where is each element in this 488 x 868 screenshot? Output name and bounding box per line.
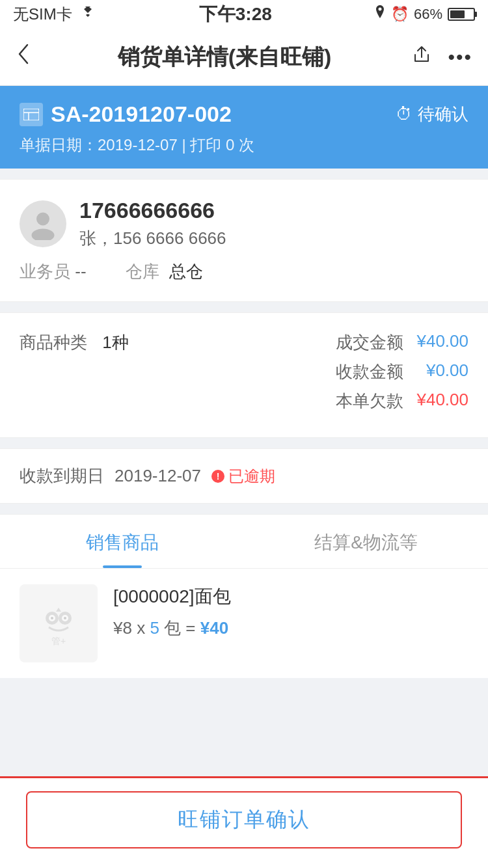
due-date-value: 2019-12-07: [115, 466, 201, 486]
status-clock-icon: ⏱: [396, 104, 413, 124]
warehouse-value: 总仓: [169, 262, 203, 281]
customer-section: 17666666666 张，156 6666 6666 业务员 -- 仓库 总仓: [0, 179, 488, 302]
collection-label: 收款金额: [336, 360, 403, 383]
due-date-label: 收款到期日: [20, 465, 104, 487]
tabs-row: 销售商品 结算&物流等: [0, 515, 488, 569]
status-bar: 无SIM卡 下午3:28 ⏰ 66%: [0, 0, 488, 29]
order-icon: [20, 103, 43, 126]
page-title: 销货单详情(来自旺铺): [55, 42, 394, 72]
tab-sales-products[interactable]: 销售商品: [0, 515, 244, 568]
product-qty: 5: [150, 618, 159, 638]
share-icon[interactable]: [411, 44, 432, 70]
product-formula: ¥8 x 5 包 = ¥40: [113, 617, 468, 640]
carrier-text: 无SIM卡: [13, 4, 72, 25]
location-icon: [374, 5, 386, 23]
back-button[interactable]: [16, 41, 55, 73]
alarm-icon: ⏰: [391, 6, 409, 23]
order-status: ⏱ 待确认: [396, 103, 468, 126]
balance-value: ¥40.00: [416, 390, 468, 413]
overdue-icon: !: [211, 470, 224, 483]
product-total: ¥40: [200, 618, 228, 638]
order-date: 单据日期：2019-12-07 | 打印 0 次: [20, 135, 468, 156]
tab-settlement[interactable]: 结算&物流等: [244, 515, 488, 568]
overdue-text: 已逾期: [228, 466, 275, 487]
product-item: 管+ [0000002]面包 ¥8 x 5 包 = ¥40: [20, 584, 468, 662]
product-thumbnail: 管+: [20, 584, 98, 662]
svg-text:管+: 管+: [51, 636, 66, 646]
nav-actions: •••: [394, 44, 472, 70]
warehouse: 仓库 总仓: [126, 260, 203, 283]
product-name: [0000002]面包: [113, 584, 468, 609]
order-banner: SA-20191207-002 ⏱ 待确认 单据日期：2019-12-07 | …: [0, 86, 488, 169]
sales-person-value: --: [75, 262, 86, 281]
product-type: 商品种类 1种: [20, 331, 129, 419]
battery-percent: 66%: [414, 6, 442, 23]
product-type-value: 1种: [102, 332, 128, 352]
balance-label: 本单欠款: [336, 390, 403, 413]
nav-bar: 销货单详情(来自旺铺) •••: [0, 29, 488, 86]
tabs-section: 销售商品 结算&物流等 管+: [0, 514, 488, 678]
summary-section: 商品种类 1种 成交金额 ¥40.00 收款金额 ¥0.00 本单欠款 ¥40.…: [0, 312, 488, 438]
customer-info: 17666666666 张，156 6666 6666: [79, 198, 468, 250]
order-id: SA-20191207-002: [20, 102, 232, 127]
avatar: [20, 200, 66, 247]
product-price: ¥8: [113, 618, 132, 638]
transaction-value: ¥40.00: [416, 331, 468, 354]
transaction-label: 成交金额: [336, 331, 403, 354]
svg-point-7: [51, 617, 53, 619]
due-date-section: 收款到期日 2019-12-07 ! 已逾期: [0, 448, 488, 504]
status-bar-time: 下午3:28: [199, 2, 272, 27]
product-section: 管+ [0000002]面包 ¥8 x 5 包 = ¥40: [0, 569, 488, 678]
sales-person: 业务员 --: [20, 260, 87, 283]
customer-name: 张，156 6666 6666: [79, 227, 468, 250]
product-unit: 包: [164, 618, 181, 638]
amount-summary: 成交金额 ¥40.00 收款金额 ¥0.00 本单欠款 ¥40.00: [336, 331, 468, 419]
svg-point-1: [36, 213, 49, 226]
confirm-button[interactable]: 旺铺订单确认: [26, 791, 462, 848]
overdue-badge: ! 已逾期: [211, 466, 275, 487]
product-type-label: 商品种类: [20, 332, 87, 352]
status-bar-right: ⏰ 66%: [374, 5, 475, 23]
bottom-bar: 旺铺订单确认: [0, 776, 488, 868]
battery-icon: [448, 8, 475, 21]
more-icon[interactable]: •••: [448, 46, 472, 68]
svg-point-8: [64, 617, 66, 619]
status-bar-left: 无SIM卡: [13, 4, 97, 25]
customer-meta: 业务员 -- 仓库 总仓: [20, 260, 468, 283]
customer-phone: 17666666666: [79, 198, 468, 223]
product-info: [0000002]面包 ¥8 x 5 包 = ¥40: [113, 584, 468, 640]
svg-rect-0: [23, 109, 39, 120]
collection-value: ¥0.00: [426, 360, 468, 383]
svg-point-2: [32, 229, 55, 241]
wifi-icon: [79, 5, 97, 23]
